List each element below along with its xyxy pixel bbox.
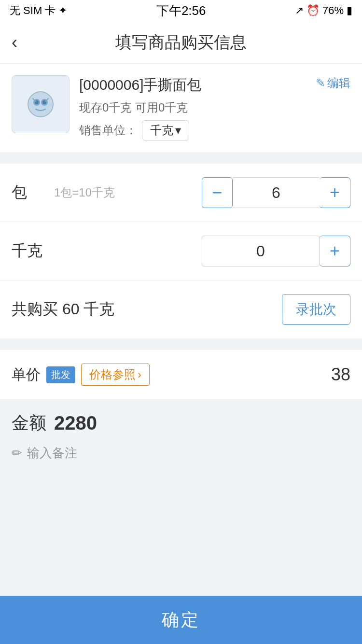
record-batch-button[interactable]: 录批次	[282, 294, 350, 325]
edit-button[interactable]: ✎ 编辑	[316, 75, 350, 91]
unit-value: 千克	[150, 123, 173, 138]
product-image	[12, 75, 70, 133]
back-button[interactable]: ‹	[12, 32, 17, 53]
qianke-label: 千克	[12, 240, 202, 262]
unit-row: 销售单位： 千克 ▾	[79, 120, 350, 140]
battery-icon: ▮	[347, 4, 352, 17]
bao-hint: 1包=10千克	[54, 185, 202, 200]
remark-icon: ✏	[12, 446, 22, 461]
unit-label: 销售单位：	[79, 123, 137, 138]
product-stock: 现存0千克 可用0千克	[79, 100, 350, 115]
dropdown-icon: ▾	[175, 124, 181, 137]
qianke-increment-button[interactable]: +	[320, 236, 350, 266]
svg-point-0	[28, 92, 53, 117]
edit-icon: ✎	[316, 76, 325, 90]
qianke-quantity-controls: +	[202, 236, 350, 266]
sim-status: 无 SIM 卡 ✦	[10, 3, 67, 18]
amount-section: 金额 2280 ✏ 输入备注	[0, 400, 362, 471]
signal-icon: ↗	[295, 4, 304, 17]
batch-tag: 批发	[46, 366, 75, 383]
status-right: ↗ ⏰ 76% ▮	[295, 4, 352, 17]
status-left: 无 SIM 卡 ✦	[10, 3, 67, 18]
product-card: [0000006]手撕面包 ✎ 编辑 现存0千克 可用0千克 销售单位： 千克 …	[0, 64, 362, 156]
bao-decrement-button[interactable]: −	[202, 177, 233, 208]
page-title: 填写商品购买信息	[115, 31, 247, 54]
price-ref-icon: ›	[138, 368, 141, 381]
remark-placeholder: 输入备注	[27, 445, 77, 462]
nav-bar: ‹ 填写商品购买信息	[0, 21, 362, 64]
confirm-button[interactable]: 确定	[0, 596, 362, 644]
unit-select[interactable]: 千克 ▾	[142, 120, 189, 140]
status-bar: 无 SIM 卡 ✦ 下午2:56 ↗ ⏰ 76% ▮	[0, 0, 362, 21]
bao-increment-button[interactable]: +	[320, 177, 350, 208]
price-left: 单价 批发 价格参照 ›	[12, 364, 150, 386]
price-ref-button[interactable]: 价格参照 ›	[81, 364, 150, 386]
qianke-quantity-row: 千克 +	[0, 222, 362, 280]
total-text: 共购买 60 千克	[12, 299, 114, 320]
section-divider-1	[0, 156, 362, 164]
amount-value: 2280	[54, 412, 97, 434]
qianke-quantity-input[interactable]	[202, 236, 320, 266]
price-label: 单价	[12, 365, 41, 385]
amount-row: 金额 2280	[12, 411, 350, 435]
total-row: 共购买 60 千克 录批次	[0, 280, 362, 342]
section-divider-2	[0, 342, 362, 350]
product-name: [0000006]手撕面包	[79, 75, 201, 95]
remark-row[interactable]: ✏ 输入备注	[12, 445, 350, 471]
quantity-section: 包 1包=10千克 − + 千克 +	[0, 164, 362, 280]
bao-quantity-controls: − +	[202, 177, 350, 208]
bao-quantity-row: 包 1包=10千克 − +	[0, 164, 362, 222]
price-section: 单价 批发 价格参照 › 38	[0, 350, 362, 400]
battery-level: 76%	[322, 4, 344, 17]
product-info: [0000006]手撕面包 ✎ 编辑 现存0千克 可用0千克 销售单位： 千克 …	[79, 75, 350, 140]
status-time: 下午2:56	[156, 2, 206, 19]
price-value: 38	[331, 364, 350, 385]
alarm-icon: ⏰	[306, 4, 320, 17]
product-title-row: [0000006]手撕面包 ✎ 编辑	[79, 75, 350, 95]
amount-label: 金额	[12, 411, 46, 435]
bao-label: 包	[12, 182, 50, 203]
bao-quantity-input[interactable]	[233, 177, 320, 208]
edit-label: 编辑	[327, 75, 350, 91]
price-ref-label: 价格参照	[89, 367, 136, 382]
